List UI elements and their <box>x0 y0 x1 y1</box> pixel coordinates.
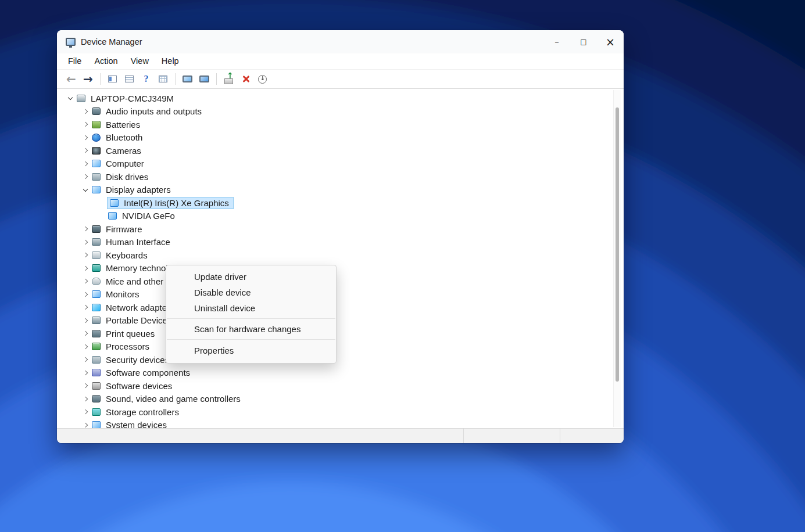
tree-item-label: Keyboards <box>104 250 149 260</box>
menu-help[interactable]: Help <box>155 53 185 69</box>
update-driver-icon <box>183 76 192 82</box>
tree-item-batteries[interactable]: Batteries <box>57 118 624 131</box>
context-menu-item-uninstall-device[interactable]: Uninstall device <box>166 300 336 316</box>
chevron-right-icon[interactable] <box>80 380 91 391</box>
chevron-right-icon[interactable] <box>80 145 91 156</box>
console-content: LAPTOP-CMCJ349M Audio inputs and outputs… <box>57 89 624 428</box>
tree-item-mice[interactable]: Mice and other p <box>57 275 624 288</box>
processor-icon <box>92 343 101 350</box>
uninstall-device-button[interactable] <box>238 71 253 87</box>
menu-file[interactable]: File <box>62 53 88 69</box>
chevron-right-icon[interactable] <box>80 394 91 404</box>
chevron-right-icon[interactable] <box>80 132 91 143</box>
chevron-right-icon[interactable] <box>80 342 91 352</box>
context-menu-item-update-driver[interactable]: Update driver <box>166 269 336 285</box>
enable-device-button[interactable] <box>221 71 237 87</box>
tree-item-storage-controllers[interactable]: Storage controllers <box>57 405 624 419</box>
chevron-right-icon[interactable] <box>80 420 91 428</box>
tree-item-disk-drives[interactable]: Disk drives <box>57 170 624 184</box>
disk-icon <box>92 173 101 181</box>
scrollbar-thumb[interactable] <box>616 107 619 382</box>
disable-device-button[interactable] <box>255 71 270 87</box>
tree-item-nvidia-geforce[interactable]: NVIDIA GeFo <box>57 210 624 223</box>
tree-item-label: Firmware <box>104 224 144 234</box>
tree-item-display-adapters[interactable]: Display adapters <box>57 184 624 197</box>
tree-item-network-adapters[interactable]: Network adapters <box>57 301 624 314</box>
help-button[interactable]: ? <box>138 71 154 87</box>
scan-hardware-changes-button[interactable] <box>196 71 212 87</box>
update-driver-button[interactable] <box>180 71 195 87</box>
tree-item-human-interface[interactable]: Human Interface <box>57 236 624 249</box>
tree-item-memory-technology[interactable]: Memory technol <box>57 262 624 275</box>
titlebar[interactable]: Device Manager – □ × <box>57 30 624 53</box>
tree-item-label: NVIDIA GeFo <box>120 211 177 221</box>
chevron-right-icon[interactable] <box>80 407 91 417</box>
export-list-button[interactable] <box>155 71 171 87</box>
tree-item-firmware[interactable]: Firmware <box>57 222 624 236</box>
tree-item-label: Print queues <box>104 329 156 339</box>
chevron-right-icon[interactable] <box>80 315 91 326</box>
properties-icon <box>125 76 134 82</box>
context-menu-item-properties[interactable]: Properties <box>166 342 336 360</box>
storage-icon <box>92 408 101 416</box>
forward-icon: → <box>83 73 93 85</box>
chevron-down-icon[interactable] <box>65 93 76 103</box>
tree-item-label: Audio inputs and outputs <box>104 106 203 116</box>
chevron-right-icon[interactable] <box>80 328 91 339</box>
tree-item-label: Cameras <box>104 146 143 156</box>
tree-item-portable-devices[interactable]: Portable Devices <box>57 314 624 328</box>
show-console-tree-button[interactable] <box>105 71 120 87</box>
chevron-right-icon[interactable] <box>80 237 91 247</box>
menu-action[interactable]: Action <box>88 53 124 69</box>
tree-item-cameras[interactable]: Cameras <box>57 144 624 157</box>
chevron-right-icon[interactable] <box>80 171 91 182</box>
tree-item-computer-root[interactable]: LAPTOP-CMCJ349M <box>57 92 624 105</box>
tree-item-label: LAPTOP-CMCJ349M <box>89 94 176 103</box>
tree-item-software-devices[interactable]: Software devices <box>57 379 624 393</box>
chevron-right-icon[interactable] <box>80 119 91 130</box>
chevron-down-icon[interactable] <box>80 185 91 195</box>
chevron-right-icon[interactable] <box>80 250 91 260</box>
context-menu-item-scan-hardware-changes[interactable]: Scan for hardware changes <box>166 321 336 337</box>
tree-item-label: Monitors <box>104 289 141 299</box>
chevron-right-icon[interactable] <box>80 289 91 300</box>
chevron-right-icon[interactable] <box>80 302 91 312</box>
chevron-right-icon[interactable] <box>80 354 91 365</box>
close-button[interactable]: × <box>597 30 624 53</box>
forward-button[interactable]: → <box>80 71 96 87</box>
chevron-right-icon[interactable] <box>80 106 91 117</box>
tree-item-label: Sound, video and game controllers <box>104 394 242 404</box>
tree-item-print-queues[interactable]: Print queues <box>57 327 624 340</box>
uninstall-device-icon <box>242 75 250 83</box>
chevron-right-icon[interactable] <box>80 224 91 234</box>
chevron-right-icon[interactable] <box>80 263 91 274</box>
tree-item-intel-iris-xe[interactable]: Intel(R) Iris(R) Xe Graphics <box>57 196 624 210</box>
vertical-scrollbar[interactable] <box>613 90 621 427</box>
tree-item-bluetooth[interactable]: Bluetooth <box>57 131 624 145</box>
menu-view[interactable]: View <box>124 53 155 69</box>
tree-item-label: Software components <box>104 368 192 378</box>
tree-item-security-devices[interactable]: Security devices <box>57 353 624 366</box>
gpu-icon <box>110 199 119 207</box>
maximize-button[interactable]: □ <box>570 30 597 53</box>
minimize-button[interactable]: – <box>543 30 570 53</box>
properties-button[interactable] <box>121 71 137 87</box>
context-menu-item-disable-device[interactable]: Disable device <box>166 285 336 300</box>
tree-item-computer[interactable]: Computer <box>57 157 624 171</box>
software-device-icon <box>92 382 101 390</box>
chevron-right-icon[interactable] <box>80 159 91 169</box>
tree-item-label: Mice and other p <box>104 276 173 286</box>
tree-item-processors[interactable]: Processors <box>57 340 624 354</box>
battery-icon <box>92 121 101 128</box>
tree-item-system-devices[interactable]: System devices <box>57 419 624 429</box>
tree-item-label: Portable Devices <box>104 315 173 325</box>
tree-item-monitors[interactable]: Monitors <box>57 288 624 301</box>
chevron-right-icon[interactable] <box>80 368 91 378</box>
tree-item-software-components[interactable]: Software components <box>57 366 624 380</box>
tree-item-sound-controllers[interactable]: Sound, video and game controllers <box>57 393 624 406</box>
chevron-right-icon[interactable] <box>80 276 91 286</box>
tree-item-keyboards[interactable]: Keyboards <box>57 249 624 262</box>
back-button[interactable]: ← <box>63 71 79 87</box>
portable-device-icon <box>92 317 101 324</box>
tree-item-audio-inputs[interactable]: Audio inputs and outputs <box>57 105 624 118</box>
